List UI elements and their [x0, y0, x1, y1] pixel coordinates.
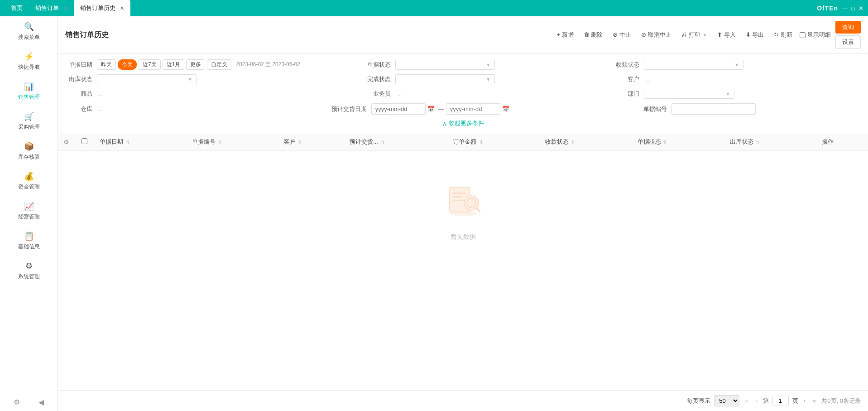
date-label: 单据日期 — [65, 61, 97, 69]
sidebar-item-operations[interactable]: 📈 经营管理 — [0, 196, 58, 226]
sidebar-item-sys-mgmt[interactable]: ⚙ 系统管理 — [0, 256, 58, 285]
sidebar-item-label: 销售管理 — [18, 93, 40, 101]
select-all-checkbox[interactable] — [82, 138, 87, 144]
refresh-button[interactable]: ↻ 刷新 — [771, 29, 795, 41]
sort-expected-date-icon[interactable]: ⇅ — [381, 140, 384, 145]
delete-button[interactable]: 🗑 删除 — [581, 29, 606, 41]
page-number-input[interactable] — [772, 396, 789, 406]
tab-home[interactable]: 首页 — [5, 0, 29, 16]
dept-select[interactable]: ▼ — [644, 89, 734, 99]
minimize-btn[interactable]: — — [842, 5, 848, 12]
filter-cell-warehouse: 仓库 ... — [65, 105, 331, 113]
sidebar-item-basic-info[interactable]: 📋 基础信息 — [0, 226, 58, 256]
date-yesterday-btn[interactable]: 昨天 — [97, 59, 116, 70]
salesperson-picker[interactable]: ... — [397, 91, 402, 97]
collapse-btn[interactable]: ∧ 收起更多条件 — [65, 119, 861, 127]
date-today-btn[interactable]: 今天 — [118, 59, 137, 70]
sidebar-settings-btn[interactable]: ⚙ — [14, 398, 20, 406]
sidebar-item-finance[interactable]: 💰 资金管理 — [0, 166, 58, 196]
filter-cell-customer: 客户 ... — [612, 75, 861, 83]
close-sales-order-history-tab[interactable]: ✕ — [120, 5, 124, 11]
page-suffix: 页 — [792, 397, 798, 405]
receipt-status-select[interactable]: ▼ — [644, 60, 743, 70]
receipt-status-chevron-icon: ▼ — [734, 62, 739, 68]
new-button[interactable]: + 新增 — [554, 29, 576, 41]
col-bill-status: 单据状态 ⇅ — [632, 133, 724, 151]
out-status-label: 出库状态 — [65, 75, 97, 83]
first-page-btn[interactable]: « — [743, 396, 750, 405]
col-out-status: 出库状态 ⇅ — [724, 133, 817, 151]
sort-bill-no-icon[interactable]: ⇅ — [218, 140, 221, 145]
page-size-select[interactable]: 50 20 100 200 — [714, 395, 739, 406]
sort-bill-status-icon[interactable]: ⇅ — [663, 140, 667, 145]
date-value: 昨天 今天 近7天 近1月 更多 自定义 2023-06-02 至 2023-0… — [97, 59, 364, 70]
filter-area: 单据日期 昨天 今天 近7天 近1月 更多 自定义 2023-06-02 至 2… — [58, 54, 868, 133]
prev-page-btn[interactable]: ‹ — [753, 396, 759, 405]
stop-label: ⊘ 中止 — [613, 31, 631, 39]
top-bar-right: OfTEn — □ ✕ — [817, 5, 863, 12]
bill-status-chevron-icon: ▼ — [486, 62, 491, 68]
sales-mgmt-icon: 📊 — [24, 82, 34, 92]
customer-picker[interactable]: ... — [646, 76, 651, 83]
page-header: 销售订单历史 + 新增 🗑 删除 ⊘ 中止 ⊘ 取消中止 🖨 打印 ▼ — [58, 16, 868, 54]
out-status-chevron-icon: ▼ — [187, 77, 192, 82]
last-page-btn[interactable]: » — [811, 396, 818, 405]
sidebar-collapse-btn[interactable]: ◀ — [38, 398, 44, 406]
export-button[interactable]: ⬇ 导出 — [743, 29, 767, 41]
close-sales-order-tab[interactable]: ✕ — [63, 5, 67, 11]
complete-status-select[interactable]: ▼ — [395, 74, 495, 84]
expected-date-start[interactable] — [371, 103, 426, 115]
col-receipt-status: 收款状态 ⇅ — [540, 133, 632, 151]
bill-no-input[interactable] — [671, 103, 756, 115]
complete-status-chevron-icon: ▼ — [486, 77, 491, 82]
display-detail-checkbox[interactable] — [800, 32, 806, 38]
bill-status-label: 单据状态 — [364, 61, 395, 69]
filter-cell-goods: 商品 ... — [65, 90, 364, 98]
sidebar-item-label: 基础信息 — [18, 243, 40, 251]
restore-btn[interactable]: □ — [851, 5, 855, 12]
bill-status-select[interactable]: ▼ — [395, 60, 495, 70]
expected-date-end[interactable] — [446, 103, 500, 115]
table-settings-btn[interactable]: ⚙ — [63, 138, 69, 145]
tab-sales-order[interactable]: 销售订单 ✕ — [29, 0, 74, 16]
date-end-calendar-icon[interactable]: 📅 — [502, 106, 509, 112]
next-page-btn[interactable]: › — [802, 396, 807, 405]
goods-picker[interactable]: ... — [99, 91, 104, 97]
warehouse-picker[interactable]: ... — [99, 106, 104, 112]
sidebar-item-search-menu[interactable]: 🔍 搜索菜单 — [0, 16, 58, 46]
sort-receipt-status-icon[interactable]: ⇅ — [571, 140, 575, 145]
date-start-calendar-icon[interactable]: 📅 — [427, 106, 435, 112]
date-7days-btn[interactable]: 近7天 — [139, 59, 161, 70]
date-month-btn[interactable]: 近1月 — [163, 59, 185, 70]
filter-settings-button[interactable]: 设置 — [835, 35, 861, 49]
sidebar-item-purchase-mgmt[interactable]: 🛒 采购管理 — [0, 106, 58, 136]
stop-button[interactable]: ⊘ 中止 — [610, 29, 634, 41]
date-custom-btn[interactable]: 自定义 — [207, 59, 231, 70]
query-button[interactable]: 查询 — [835, 21, 861, 34]
sidebar-item-quick-nav[interactable]: ⚡ 快捷导航 — [0, 46, 58, 76]
filter-cell-bill-status: 单据状态 ▼ — [364, 60, 612, 70]
filter-cell-receipt-status: 收款状态 ▼ — [612, 60, 861, 70]
sidebar-item-sales-mgmt[interactable]: 📊 销售管理 — [0, 76, 58, 106]
sort-order-amount-icon[interactable]: ⇅ — [479, 140, 483, 145]
filter-row-1: 单据日期 昨天 今天 近7天 近1月 更多 自定义 2023-06-02 至 2… — [65, 59, 861, 70]
sidebar-item-inventory[interactable]: 📦 库存核算 — [0, 136, 58, 166]
col-bill-no: 单据编号 ⇅ — [187, 133, 279, 151]
sort-bill-date-icon[interactable]: ⇅ — [126, 140, 129, 145]
tab-sales-order-history[interactable]: 销售订单历史 ✕ — [74, 0, 130, 16]
filter-cell-expected-date: 预计交货日期 📅 — 📅 — [331, 103, 640, 115]
sort-out-status-icon[interactable]: ⇅ — [756, 140, 759, 145]
filter-row-2: 出库状态 ▼ 完成状态 ▼ 客户 ... — [65, 74, 861, 84]
print-button[interactable]: 🖨 打印 ▼ — [679, 29, 710, 41]
date-more-btn[interactable]: 更多 — [186, 59, 205, 70]
filter-cell-out-status: 出库状态 ▼ — [65, 74, 364, 84]
sort-customer-icon[interactable]: ⇅ — [298, 140, 302, 145]
filter-cell-bill-no: 单据编号 — [640, 103, 861, 115]
warehouse-label: 仓库 — [65, 105, 97, 113]
close-btn[interactable]: ✕ — [858, 5, 863, 12]
refresh-label: ↻ 刷新 — [774, 31, 792, 39]
out-status-select[interactable]: ▼ — [97, 74, 197, 84]
cancel-stop-button[interactable]: ⊘ 取消中止 — [638, 29, 674, 41]
col-customer: 客户 ⇅ — [278, 133, 344, 151]
import-button[interactable]: ⬆ 导入 — [715, 29, 739, 41]
